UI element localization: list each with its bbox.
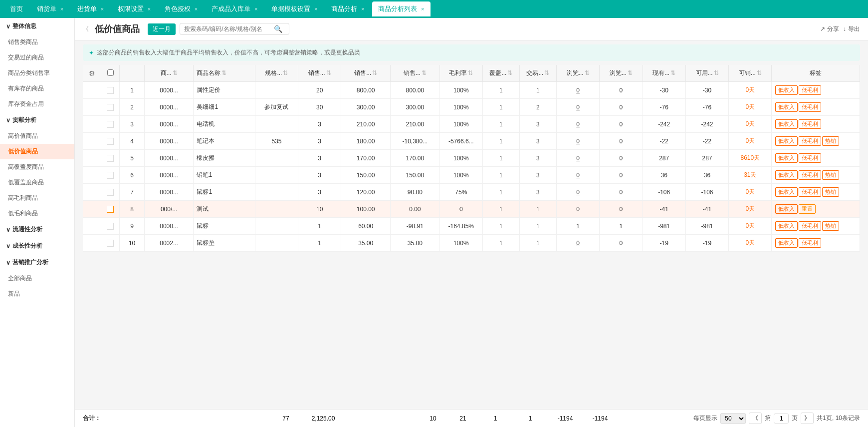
- row-checkbox[interactable]: [107, 155, 114, 162]
- sort-icon[interactable]: ⇅: [628, 69, 633, 76]
- sidebar-item-stock-capital[interactable]: 库存资金占用: [0, 96, 74, 112]
- close-icon[interactable]: ×: [195, 6, 198, 12]
- row-checkbox-cell[interactable]: [101, 99, 120, 116]
- sort-icon[interactable]: ⇅: [372, 69, 377, 76]
- th-sale3[interactable]: 销售...⇅: [391, 65, 440, 82]
- th-gear[interactable]: ⚙: [83, 65, 101, 82]
- nav-goods-list[interactable]: 商品分析列表 ×: [372, 1, 430, 16]
- th-browse2[interactable]: 浏览...⇅: [600, 65, 643, 82]
- close-icon[interactable]: ×: [421, 6, 424, 12]
- sort-icon[interactable]: ⇅: [173, 69, 178, 76]
- select-all-checkbox[interactable]: [107, 69, 114, 76]
- row-browse1[interactable]: 0: [556, 201, 599, 218]
- row-checkbox-cell[interactable]: [101, 235, 120, 252]
- row-checkbox[interactable]: [107, 121, 114, 128]
- search-input[interactable]: [184, 25, 274, 32]
- th-sale1[interactable]: 销售...⇅: [298, 65, 341, 82]
- sidebar-item-high-margin[interactable]: 高毛利商品: [0, 190, 74, 206]
- nav-purchase[interactable]: 进货单 ×: [71, 1, 110, 16]
- browse1-link[interactable]: 0: [576, 104, 580, 111]
- settings-icon[interactable]: ⚙: [89, 69, 95, 77]
- sort-icon[interactable]: ⇅: [468, 69, 473, 76]
- row-checkbox[interactable]: [107, 223, 114, 230]
- sidebar-group-circulation[interactable]: ∨ 流通性分析: [0, 221, 74, 238]
- row-checkbox[interactable]: [107, 206, 114, 213]
- row-checkbox-cell[interactable]: [101, 201, 120, 218]
- sort-icon[interactable]: ⇅: [670, 69, 675, 76]
- sidebar-item-low-value[interactable]: 低价值商品: [0, 144, 74, 159]
- sidebar-item-traded-goods[interactable]: 交易过的商品: [0, 50, 74, 65]
- sort-icon[interactable]: ⇅: [507, 69, 512, 76]
- row-checkbox-cell[interactable]: [101, 133, 120, 150]
- sidebar-item-sales-goods[interactable]: 销售类商品: [0, 34, 74, 50]
- sort-icon[interactable]: ⇅: [221, 69, 226, 76]
- table-container[interactable]: ⚙ 商...⇅ 商品名称⇅ 规格...⇅ 销售...⇅ 销售...⇅ 销售...…: [83, 65, 860, 409]
- browse1-link[interactable]: 0: [576, 155, 580, 162]
- sort-icon[interactable]: ⇅: [283, 69, 288, 76]
- export-button[interactable]: ↓ 导出: [843, 25, 860, 33]
- close-icon[interactable]: ×: [314, 6, 317, 12]
- row-browse1[interactable]: 0: [556, 82, 599, 99]
- row-browse1[interactable]: 0: [556, 150, 599, 167]
- nav-production[interactable]: 产成品入库单 ×: [206, 1, 263, 16]
- browse1-link[interactable]: 0: [576, 189, 580, 196]
- period-button[interactable]: 近一月: [148, 23, 176, 35]
- th-name[interactable]: 商品名称⇅: [194, 65, 255, 82]
- sort-icon[interactable]: ⇅: [714, 69, 719, 76]
- th-check[interactable]: [101, 65, 120, 82]
- browse1-link[interactable]: 0: [576, 87, 580, 94]
- sidebar-item-new-goods[interactable]: 新品: [0, 286, 74, 302]
- row-checkbox[interactable]: [107, 104, 114, 111]
- nav-role[interactable]: 角色授权 ×: [159, 1, 204, 16]
- row-browse1[interactable]: 0: [556, 99, 599, 116]
- row-browse1[interactable]: 0: [556, 235, 599, 252]
- first-page-button[interactable]: 《: [749, 413, 762, 424]
- sidebar-item-all-goods[interactable]: 全部商品: [0, 271, 74, 286]
- close-icon[interactable]: ×: [148, 6, 151, 12]
- page-number-input[interactable]: [774, 414, 789, 424]
- close-icon[interactable]: ×: [60, 6, 63, 12]
- sort-icon[interactable]: ⇅: [422, 69, 427, 76]
- th-cover[interactable]: 覆盖...⇅: [482, 65, 519, 82]
- sidebar-item-high-coverage[interactable]: 高覆盖度商品: [0, 159, 74, 175]
- row-checkbox-cell[interactable]: [101, 167, 120, 184]
- browse1-link[interactable]: 0: [576, 206, 580, 213]
- sidebar-group-overall[interactable]: ∨ 整体信息: [0, 18, 74, 34]
- th-sell[interactable]: 可销...⇅: [729, 65, 772, 82]
- sidebar-group-contribution[interactable]: ∨ 贡献分析: [0, 112, 74, 128]
- row-checkbox[interactable]: [107, 240, 114, 247]
- row-browse1[interactable]: 0: [556, 167, 599, 184]
- row-checkbox-cell[interactable]: [101, 82, 120, 99]
- th-browse1[interactable]: 浏览...⇅: [556, 65, 599, 82]
- sidebar-item-low-coverage[interactable]: 低覆盖度商品: [0, 175, 74, 190]
- row-checkbox-cell[interactable]: [101, 184, 120, 201]
- nav-home[interactable]: 首页: [4, 1, 29, 16]
- browse1-link[interactable]: 0: [576, 138, 580, 145]
- browse1-link[interactable]: 0: [576, 172, 580, 179]
- sidebar-item-category-rate[interactable]: 商品分类销售率: [0, 65, 74, 81]
- nav-goods-analysis[interactable]: 商品分析 ×: [325, 1, 370, 16]
- row-checkbox-cell[interactable]: [101, 218, 120, 235]
- sort-icon[interactable]: ⇅: [544, 69, 549, 76]
- share-button[interactable]: ↗ 分享: [820, 25, 839, 33]
- th-rate[interactable]: 毛利率⇅: [439, 65, 482, 82]
- th-stock[interactable]: 现有...⇅: [643, 65, 685, 82]
- sort-icon[interactable]: ⇅: [326, 69, 331, 76]
- sidebar-item-in-stock[interactable]: 有库存的商品: [0, 81, 74, 96]
- browse1-link[interactable]: 0: [576, 121, 580, 128]
- close-icon[interactable]: ×: [101, 6, 104, 12]
- browse1-link[interactable]: 1: [576, 223, 580, 230]
- th-spec[interactable]: 规格...⇅: [255, 65, 298, 82]
- sidebar-collapse-button[interactable]: 《: [83, 25, 89, 33]
- nav-permission[interactable]: 权限设置 ×: [112, 1, 157, 16]
- row-checkbox[interactable]: [107, 172, 114, 179]
- nav-template[interactable]: 单据模板设置 ×: [265, 1, 323, 16]
- sidebar-item-high-value[interactable]: 高价值商品: [0, 128, 74, 144]
- row-browse1[interactable]: 1: [556, 218, 599, 235]
- row-checkbox[interactable]: [107, 87, 114, 94]
- nav-sales[interactable]: 销货单 ×: [31, 1, 69, 16]
- th-avail[interactable]: 可用...⇅: [685, 65, 728, 82]
- sidebar-group-marketing[interactable]: ∨ 营销推广分析: [0, 254, 74, 271]
- th-code[interactable]: 商...⇅: [144, 65, 194, 82]
- row-checkbox[interactable]: [107, 138, 114, 145]
